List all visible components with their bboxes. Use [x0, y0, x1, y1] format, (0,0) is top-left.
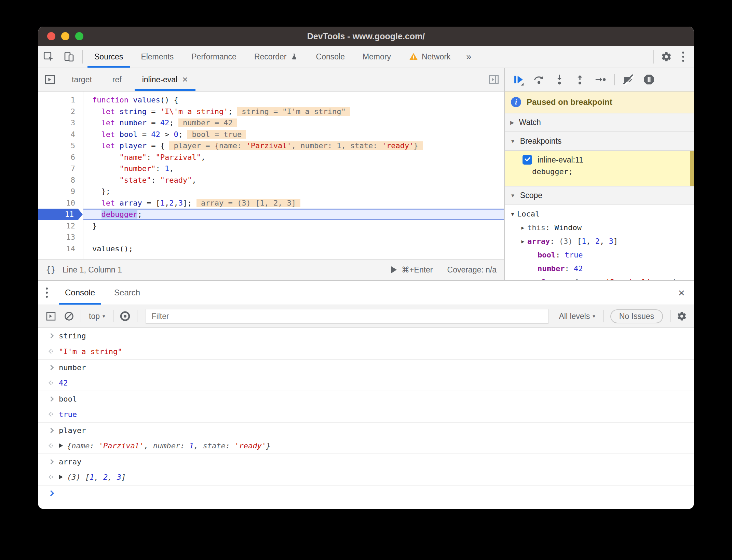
tab-elements[interactable]: Elements — [132, 46, 182, 68]
breakpoint-checkbox[interactable] — [523, 155, 532, 165]
step-over-button[interactable] — [530, 71, 548, 88]
execution-context-selector[interactable]: top▾ — [85, 312, 109, 321]
tab-sources[interactable]: Sources — [85, 46, 132, 68]
breakpoint-entry[interactable]: inline-eval:11 debugger; — [505, 151, 694, 186]
file-tab-target[interactable]: target — [62, 68, 102, 91]
filter-input[interactable] — [146, 309, 549, 324]
tab-memory[interactable]: Memory — [354, 46, 400, 68]
line-number[interactable]: 9 — [38, 186, 83, 197]
main-menu-kebab-icon[interactable] — [676, 46, 690, 68]
chevron-right-icon[interactable]: ▶ — [518, 235, 527, 248]
console-result-row[interactable]: true — [38, 406, 694, 422]
settings-gear-icon[interactable] — [657, 46, 676, 68]
code-line-4[interactable]: let bool = 42 > 0; bool = true — [83, 129, 504, 140]
more-panels-icon[interactable]: » — [459, 46, 478, 68]
file-tab-ref[interactable]: ref — [102, 68, 132, 91]
tab-performance[interactable]: Performance — [182, 46, 245, 68]
close-drawer-icon[interactable]: × — [669, 281, 694, 305]
console-result-row[interactable]: (3) [1, 2, 3] — [38, 469, 694, 485]
drawer-menu-kebab-icon[interactable] — [38, 281, 55, 305]
inspect-element-icon[interactable] — [38, 46, 59, 68]
expand-triangle-icon[interactable] — [59, 443, 63, 448]
scope-section-header[interactable]: ▼ Scope — [505, 186, 694, 205]
console-settings-gear-icon[interactable] — [674, 311, 690, 321]
pause-on-exceptions-button[interactable] — [640, 71, 658, 88]
device-toolbar-icon[interactable] — [59, 46, 79, 68]
line-number[interactable]: 3 — [38, 117, 83, 129]
console-command-row[interactable]: number — [38, 359, 694, 375]
show-navigator-icon[interactable] — [38, 68, 62, 91]
editor-gutter[interactable]: 1234567891011121314 — [38, 92, 83, 259]
console-command-row[interactable]: string — [38, 328, 694, 344]
execution-line-marker[interactable]: 11 — [38, 209, 83, 220]
close-tab-icon[interactable]: × — [182, 75, 188, 84]
tab-console[interactable]: Console — [307, 46, 354, 68]
line-number[interactable]: 10 — [38, 197, 83, 209]
toggle-debugger-sidebar-icon[interactable] — [484, 68, 504, 91]
line-number[interactable]: 14 — [38, 243, 83, 255]
scope-row[interactable]: number: 42 — [505, 262, 694, 276]
tab-search[interactable]: Search — [105, 281, 150, 305]
line-number[interactable]: 2 — [38, 106, 83, 117]
log-levels-selector[interactable]: All levels▾ — [555, 312, 599, 321]
expand-triangle-icon[interactable] — [59, 475, 63, 479]
scope-row[interactable]: ▼Local — [505, 207, 694, 221]
line-number[interactable]: 4 — [38, 129, 83, 140]
console-prompt-row[interactable] — [38, 485, 694, 501]
code-line-14[interactable]: values(); — [83, 243, 504, 255]
code-line-9[interactable]: }; — [83, 186, 504, 197]
code-line-6[interactable]: "name": "Parzival", — [83, 152, 504, 163]
deactivate-breakpoints-button[interactable] — [620, 71, 637, 88]
console-messages[interactable]: string"I'm a string"number42booltrueplay… — [38, 328, 694, 509]
breakpoints-section-header[interactable]: ▼ Breakpoints — [505, 132, 694, 151]
code-line-3[interactable]: let number = 42; number = 42 — [83, 117, 504, 129]
chevron-down-icon[interactable]: ▼ — [508, 207, 517, 221]
file-tab-inline-eval[interactable]: inline-eval× — [132, 68, 198, 91]
clear-console-icon[interactable] — [61, 311, 77, 322]
code-line-8[interactable]: "state": "ready", — [83, 174, 504, 186]
no-issues-button[interactable]: No Issues — [610, 309, 663, 323]
token-num: 1 — [160, 199, 165, 207]
console-result-row[interactable]: "I'm a string" — [38, 344, 694, 359]
show-console-sidebar-icon[interactable] — [42, 310, 59, 322]
line-number[interactable]: 1 — [38, 94, 83, 106]
code-editor[interactable]: 1234567891011121314 function values() { … — [38, 92, 504, 259]
line-number[interactable]: 5 — [38, 140, 83, 152]
code-line-2[interactable]: let string = 'I\'m a string'; string = "… — [83, 106, 504, 117]
console-command-row[interactable]: bool — [38, 391, 694, 406]
step-into-button[interactable] — [551, 71, 568, 88]
format-braces-icon[interactable]: {} — [46, 265, 56, 275]
watch-section-header[interactable]: ▶ Watch — [505, 113, 694, 132]
scope-row[interactable]: ▶this: Window — [505, 221, 694, 235]
line-number[interactable]: 13 — [38, 232, 83, 243]
line-number[interactable]: 6 — [38, 152, 83, 163]
token-pl — [92, 210, 101, 219]
tab-recorder[interactable]: Recorder — [245, 46, 307, 68]
scope-row[interactable]: ▶array: (3) [1, 2, 3] — [505, 235, 694, 248]
code-line-13[interactable] — [83, 232, 504, 243]
line-number[interactable]: 12 — [38, 220, 83, 232]
console-result-row[interactable]: 42 — [38, 375, 694, 391]
scope-row[interactable]: bool: true — [505, 248, 694, 262]
console-command-row[interactable]: array — [38, 453, 694, 469]
step-out-button[interactable] — [571, 71, 589, 88]
step-button[interactable] — [592, 71, 609, 88]
console-command-row[interactable]: player — [38, 422, 694, 438]
chevron-right-icon[interactable]: ▶ — [518, 221, 527, 235]
code-line-12[interactable]: } — [83, 220, 504, 232]
editor-code[interactable]: function values() { let string = 'I\'m a… — [83, 92, 504, 259]
line-number[interactable]: 7 — [38, 163, 83, 174]
console-result-row[interactable]: {name: 'Parzival', number: 1, state: 're… — [38, 438, 694, 453]
tab-console[interactable]: Console — [55, 281, 105, 305]
live-expression-eye-icon[interactable] — [117, 311, 133, 322]
code-line-7[interactable]: "number": 1, — [83, 163, 504, 174]
resume-script-button[interactable] — [510, 71, 527, 88]
tab-network[interactable]: Network — [400, 46, 459, 68]
code-line-10[interactable]: let array = [1,2,3]; array = (3) [1, 2, … — [83, 197, 504, 209]
code-line-5[interactable]: let player = { player = {name: 'Parzival… — [83, 140, 504, 152]
scope-row[interactable]: player: {name: 'Parzival', number: 1, st… — [505, 276, 694, 280]
line-number[interactable]: 8 — [38, 174, 83, 186]
code-line-11[interactable]: debugger; — [83, 209, 504, 220]
code-line-1[interactable]: function values() { — [83, 94, 504, 106]
run-snippet-icon[interactable] — [391, 266, 397, 273]
